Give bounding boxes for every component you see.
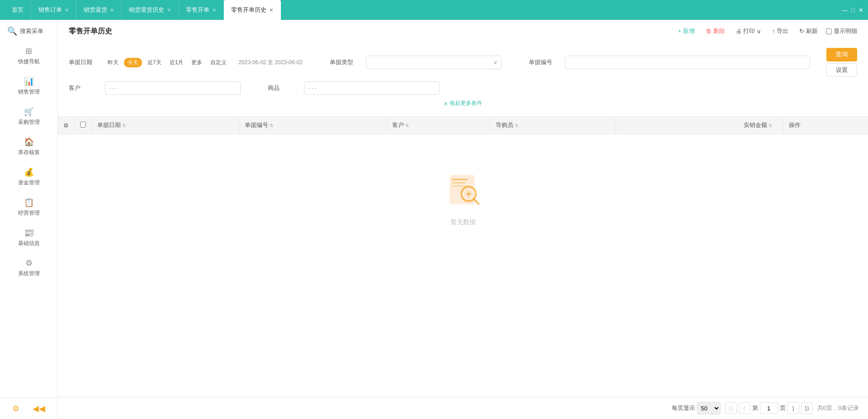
tab-label-sales-return: 销货退货 xyxy=(84,6,107,14)
page-prefix: 第 xyxy=(752,404,758,412)
total-info: 共0页，0条记录 xyxy=(817,404,859,412)
tab-close-sales-return-history[interactable]: ✕ xyxy=(167,7,171,13)
first-page-btn[interactable]: ⟨⟨ xyxy=(725,402,737,414)
sidebar-item-sys-mgmt[interactable]: ⚙系统管理 xyxy=(0,253,57,283)
filter-row-1: 单据日期 昨天 今天 近7天 近1月 更多 自定义 2023-06-02 至 2… xyxy=(69,48,857,77)
tab-retail-open-history[interactable]: 零售开单历史✕ xyxy=(224,0,281,20)
sidebar-item-quick-nav[interactable]: ⊞快捷导航 xyxy=(0,41,57,71)
date-opt-last7[interactable]: 近7天 xyxy=(145,58,164,67)
tab-label-retail-open-history: 零售开单历史 xyxy=(231,6,266,14)
filter-area: 单据日期 昨天 今天 近7天 近1月 更多 自定义 2023-06-02 至 2… xyxy=(69,42,857,116)
empty-illustration xyxy=(441,170,486,211)
page-input[interactable] xyxy=(760,402,778,414)
sidebar-label-inventory: 库存核算 xyxy=(18,149,40,156)
sidebar-search-label: 搜索采单 xyxy=(20,27,43,35)
sidebar-item-basic-info[interactable]: 📰基础信息 xyxy=(0,222,57,253)
window-close-btn[interactable]: ✕ xyxy=(859,7,863,14)
th-no: 单据编号 ⇅ xyxy=(239,117,386,134)
sidebar-item-inventory[interactable]: 🏠库存核算 xyxy=(0,132,57,162)
last-page-btn[interactable]: ⟩⟩ xyxy=(801,402,813,414)
th-date: 单据日期 ⇅ xyxy=(92,117,239,134)
setting-button[interactable]: 设置 xyxy=(826,63,857,77)
th-amount-label: 实销金额 xyxy=(744,121,767,129)
data-table: ⚙ 单据日期 ⇅ 单据编号 ⇅ xyxy=(58,117,868,134)
collapse-button[interactable]: ∧ 收起更多条件 xyxy=(444,99,482,107)
th-date-sort[interactable]: 单据日期 ⇅ xyxy=(97,121,233,129)
content-area: 零售开单历史 + 新增 🗑 删除 🖨 打印 ∨ ↑ 导出 ↻ 刷新 显示明细 xyxy=(58,20,868,419)
th-no-sort[interactable]: 单据编号 ⇅ xyxy=(245,121,381,129)
date-opt-more[interactable]: 更多 xyxy=(189,58,205,67)
empty-state: 暂无数据 xyxy=(58,134,868,263)
th-customer-sort-icon: ⇅ xyxy=(405,123,409,128)
page-suffix: 页 xyxy=(780,404,786,412)
maximize-btn[interactable]: □ xyxy=(851,7,855,14)
sidebar-collapse-icon[interactable]: ◀◀ xyxy=(33,404,45,414)
quick-nav-icon: ⊞ xyxy=(25,46,32,56)
th-amount-sort[interactable]: 实销金额 ⇅ xyxy=(621,121,772,129)
per-page-dropdown[interactable]: 20 50 100 xyxy=(697,402,721,414)
goods-input[interactable]: ··· xyxy=(304,81,440,95)
doc-no-input[interactable] xyxy=(565,56,810,69)
tab-close-sales-return[interactable]: ✕ xyxy=(110,7,114,13)
th-customer-sort[interactable]: 客户 ⇅ xyxy=(392,121,485,129)
filter-row-2: 客户 ··· 商品 ··· xyxy=(69,81,857,95)
tab-home[interactable]: 首页 xyxy=(5,0,31,20)
svg-rect-1 xyxy=(452,179,468,180)
th-customer: 客户 ⇅ xyxy=(386,117,490,134)
print-button[interactable]: 🖨 打印 ∨ xyxy=(733,25,764,37)
th-date-label: 单据日期 xyxy=(97,121,121,129)
sidebar: 🔍 搜索采单 ⊞快捷导航📊销售管理🛒采购管理🏠库存核算💰资金管理📋经营管理📰基础… xyxy=(0,20,58,419)
date-opt-today[interactable]: 今天 xyxy=(124,58,142,67)
doc-type-dropdown[interactable]: ∨ xyxy=(366,56,502,69)
th-gear[interactable]: ⚙ xyxy=(58,117,75,134)
sidebar-item-purchase-mgmt[interactable]: 🛒采购管理 xyxy=(0,101,57,132)
sidebar-label-basic-info: 基础信息 xyxy=(18,240,40,247)
sidebar-item-finance[interactable]: 💰资金管理 xyxy=(0,162,57,192)
query-button[interactable]: 查询 xyxy=(826,48,857,61)
th-guide: 导购员 ⇅ xyxy=(490,117,616,134)
select-all-checkbox[interactable] xyxy=(80,122,86,127)
sidebar-label-purchase-mgmt: 采购管理 xyxy=(18,118,40,126)
display-detail-label: 显示明细 xyxy=(834,27,857,35)
svg-rect-3 xyxy=(452,185,467,187)
customer-input[interactable]: ··· xyxy=(105,81,241,95)
tab-close-retail-open[interactable]: ✕ xyxy=(212,7,216,13)
sidebar-item-sales-mgmt[interactable]: 📊销售管理 xyxy=(0,71,57,101)
tab-sales-order[interactable]: 销售订单✕ xyxy=(31,0,76,20)
tab-sales-return-history[interactable]: 销货退货历史✕ xyxy=(122,0,179,20)
th-check[interactable] xyxy=(75,117,92,134)
print-arrow-icon: ∨ xyxy=(757,28,761,35)
sidebar-label-sales-mgmt: 销售管理 xyxy=(18,88,40,96)
page-header: 零售开单历史 + 新增 🗑 删除 🖨 打印 ∨ ↑ 导出 ↻ 刷新 显示明细 xyxy=(58,20,868,117)
sidebar-settings-icon[interactable]: ⚙ xyxy=(12,404,19,414)
tab-sales-return[interactable]: 销货退货✕ xyxy=(76,0,122,20)
doc-type-label: 单据类型 xyxy=(330,58,357,66)
th-guide-sort[interactable]: 导购员 ⇅ xyxy=(496,121,610,129)
export-button[interactable]: ↑ 导出 xyxy=(769,25,791,37)
display-detail-checkbox[interactable]: 显示明细 xyxy=(826,27,857,35)
per-page-select: 每页显示 20 50 100 xyxy=(672,402,721,414)
collapse-icon: ∧ xyxy=(444,100,448,107)
tab-close-retail-open-history[interactable]: ✕ xyxy=(269,7,273,13)
sidebar-search[interactable]: 🔍 搜索采单 xyxy=(0,22,57,41)
date-opt-last1m[interactable]: 近1月 xyxy=(167,58,186,67)
add-button[interactable]: + 新增 xyxy=(675,25,697,37)
th-customer-label: 客户 xyxy=(392,121,404,129)
prev-page-btn[interactable]: ⟨ xyxy=(739,402,750,414)
next-page-btn[interactable]: ⟩ xyxy=(787,402,799,414)
minimize-btn[interactable]: — xyxy=(842,7,848,14)
sidebar-item-ops-mgmt[interactable]: 📋经营管理 xyxy=(0,192,57,222)
date-opt-yesterday[interactable]: 昨天 xyxy=(105,58,121,67)
th-guide-sort-icon: ⇅ xyxy=(515,123,518,128)
date-label: 单据日期 xyxy=(69,58,96,66)
refresh-button[interactable]: ↻ 刷新 xyxy=(797,25,821,37)
th-no-sort-icon: ⇅ xyxy=(270,123,273,128)
pagination: ⟨⟨ ⟨ 第 页 ⟩ ⟩⟩ xyxy=(725,402,813,414)
tab-close-sales-order[interactable]: ✕ xyxy=(65,7,69,13)
tab-retail-open[interactable]: 零售开单✕ xyxy=(179,0,224,20)
table-footer: 每页显示 20 50 100 ⟨⟨ ⟨ 第 页 ⟩ ⟩⟩ 共0页，0条记录 xyxy=(58,397,868,419)
delete-button[interactable]: 🗑 删除 xyxy=(703,25,728,37)
main-layout: 🔍 搜索采单 ⊞快捷导航📊销售管理🛒采购管理🏠库存核算💰资金管理📋经营管理📰基础… xyxy=(0,20,868,419)
date-opt-custom[interactable]: 自定义 xyxy=(208,58,229,67)
display-detail-input[interactable] xyxy=(826,28,832,34)
